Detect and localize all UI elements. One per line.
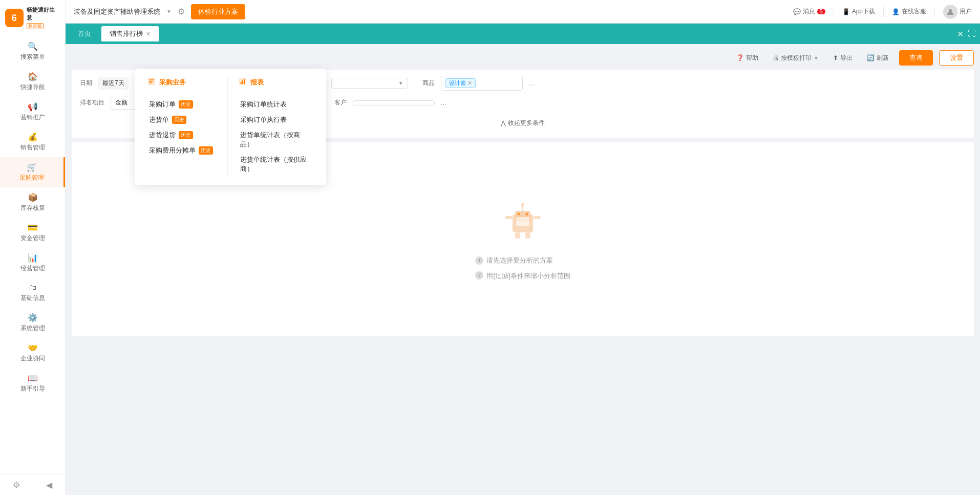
customer-more-btn[interactable]: ...	[441, 99, 446, 106]
sidebar-settings-btn[interactable]: ⚙	[13, 480, 20, 490]
refresh-label: 刷新	[877, 54, 889, 62]
menu-item-report-3[interactable]: 进货单统计表（按商品）	[238, 127, 314, 152]
sidebar-item-system[interactable]: ⚙️ 系统管理	[0, 308, 65, 338]
sidebar-item-quick-nav[interactable]: 🏠 快捷导航	[0, 67, 65, 97]
svg-point-4	[518, 213, 520, 216]
menu-item-return[interactable]: 进货退货 历史	[147, 127, 223, 143]
help-btn[interactable]: ❓ 帮助	[732, 52, 762, 64]
tabs-bar: 首页 销售排行榜 ✕ ✕ ⛶	[66, 24, 980, 44]
tab-close-btn[interactable]: ✕	[146, 31, 151, 37]
topbar-right: 💬 消息 5 📱 App下载 👤 在线客服	[793, 5, 972, 19]
enterprise-icon: 🤝	[28, 343, 38, 353]
customer-input[interactable]	[353, 100, 435, 105]
operation-icon: 📊	[28, 253, 38, 263]
logo-title: 畅捷通好生意	[27, 6, 60, 21]
report-1-label: 采购订单统计表	[240, 100, 287, 109]
tabs-actions: ✕ ⛶	[957, 29, 976, 39]
message-icon: 💬	[793, 8, 801, 15]
system-icon: ⚙️	[28, 313, 38, 322]
app-download-label: App下载	[852, 7, 875, 16]
sidebar-item-enterprise[interactable]: 🤝 企业协同	[0, 338, 65, 368]
export-btn[interactable]: ⬆ 导出	[829, 52, 857, 64]
goods-tag-close[interactable]: ✕	[467, 80, 472, 87]
topbar: 装备及固定资产辅助管理系统 ▼ ⚙ 体验行业方案 💬 消息 5 📱 App下载 …	[66, 0, 980, 24]
empty-illustration	[500, 197, 546, 244]
svg-rect-6	[505, 216, 513, 219]
goods-label: 商品	[422, 79, 435, 88]
menu-item-incoming[interactable]: 进货单 历史	[147, 112, 223, 127]
tab-sales-ranking-label: 销售排行榜	[110, 29, 143, 38]
purchase-menu-col: 采购业务 采购订单 历史 进货单 历史 进货退货 历史	[143, 77, 227, 177]
sidebar-label-newbie: 新手引导	[20, 384, 45, 393]
sidebar-label-finance: 资金管理	[20, 234, 45, 243]
sidebar-collapse-btn[interactable]: ◀	[46, 480, 52, 490]
sidebar-item-purchase[interactable]: 🛒 采购管理	[0, 157, 65, 187]
voucher-status-select[interactable]: ▼	[331, 78, 408, 89]
refresh-btn[interactable]: 🔄 刷新	[863, 52, 893, 64]
topbar-settings-icon[interactable]: ⚙	[178, 7, 185, 16]
report-4-label: 进货单统计表（按供应商）	[240, 155, 312, 174]
sidebar-item-finance[interactable]: 💳 资金管理	[0, 218, 65, 248]
sidebar-item-search[interactable]: 🔍 搜索菜单	[0, 36, 65, 67]
empty-step1: ① 请先选择要分析的方案	[475, 254, 570, 266]
date-shortcut-7d[interactable]: 最近7天	[98, 77, 129, 90]
goods-more-btn[interactable]: ...	[529, 79, 535, 87]
system-title-dropdown[interactable]: ▼	[166, 9, 172, 14]
svg-rect-3	[516, 217, 529, 226]
incoming-history[interactable]: 历史	[172, 116, 186, 124]
help-icon: ❓	[736, 54, 744, 61]
menu-item-report-1[interactable]: 采购订单统计表	[238, 97, 314, 112]
messages-label: 消息	[803, 7, 815, 16]
marketing-icon: 📢	[28, 102, 38, 112]
app-download-btn[interactable]: 📱 App下载	[842, 7, 875, 16]
tabs-fullscreen-icon[interactable]: ⛶	[968, 29, 976, 38]
purchase-col-title-text: 采购业务	[159, 78, 186, 87]
divider3	[934, 7, 935, 17]
tabs-close-icon[interactable]: ✕	[957, 29, 964, 39]
logo-badge: 标准版	[27, 21, 60, 30]
sidebar-item-inventory[interactable]: 📦 库存核算	[0, 187, 65, 218]
report-col-title: 报表	[238, 77, 314, 91]
sidebar-label-enterprise: 企业协同	[20, 354, 45, 363]
finance-icon: 💳	[28, 223, 38, 232]
print-label: 按模板打印	[781, 54, 812, 62]
tab-sales-ranking[interactable]: 销售排行榜 ✕	[101, 26, 159, 41]
goods-input[interactable]: 设计素 ✕	[441, 76, 523, 91]
industry-plan-btn[interactable]: 体验行业方案	[191, 4, 245, 19]
sidebar-item-operation[interactable]: 📊 经营管理	[0, 248, 65, 278]
purchase-icon: 🛒	[27, 162, 37, 172]
sidebar-label-operation: 经营管理	[20, 264, 45, 273]
phone-icon: 📱	[842, 8, 850, 15]
sidebar-item-newbie[interactable]: 📖 新手引导	[0, 368, 65, 398]
return-history[interactable]: 历史	[179, 131, 193, 139]
expense-history[interactable]: 历史	[199, 146, 213, 155]
sidebar-item-basic-info[interactable]: 🗂 基础信息	[0, 278, 65, 308]
sales-icon: 💰	[28, 132, 38, 142]
dropdown-menu: 采购业务 采购订单 历史 进货单 历史 进货退货 历史	[135, 69, 326, 185]
messages-badge: 5	[817, 9, 825, 14]
sidebar-item-sales[interactable]: 💰 销售管理	[0, 127, 65, 157]
menu-item-report-2[interactable]: 采购订单执行表	[238, 112, 314, 127]
online-service-btn[interactable]: 👤 在线客服	[892, 7, 926, 16]
sidebar-bottom: ⚙ ◀	[0, 475, 65, 495]
newbie-icon: 📖	[28, 373, 38, 383]
print-dropdown-icon: ▼	[814, 55, 819, 61]
report-menu-col: 报表 采购订单统计表 采购订单执行表 进货单统计表（按商品） 进货单统计表（按供	[227, 77, 318, 177]
sidebar-item-marketing[interactable]: 📢 营销推广	[0, 97, 65, 127]
menu-item-purchase-order[interactable]: 采购订单 历史	[147, 97, 223, 112]
tab-home[interactable]: 首页	[70, 26, 99, 41]
menu-item-expense[interactable]: 采购费用分摊单 历史	[147, 143, 223, 158]
goods-tag: 设计素 ✕	[445, 78, 476, 88]
menu-item-report-4[interactable]: 进货单统计表（按供应商）	[238, 152, 314, 177]
purchase-order-history[interactable]: 历史	[179, 100, 193, 109]
user-menu-btn[interactable]: 用户	[943, 5, 972, 19]
print-btn[interactable]: 🖨 按模板打印 ▼	[769, 52, 823, 64]
online-service-label: 在线客服	[902, 7, 926, 16]
sidebar-nav: 🔍 搜索菜单 🏠 快捷导航 📢 营销推广 💰 销售管理 🛒 采购管理 📦	[0, 36, 65, 475]
settings-btn[interactable]: 设置	[939, 50, 974, 66]
sidebar-label-marketing: 营销推广	[20, 113, 45, 122]
date-filter-label: 日期	[80, 79, 92, 88]
query-btn[interactable]: 查询	[899, 50, 933, 66]
messages-btn[interactable]: 💬 消息 5	[793, 7, 825, 16]
logo-text: 畅捷通好生意 标准版	[27, 6, 60, 30]
